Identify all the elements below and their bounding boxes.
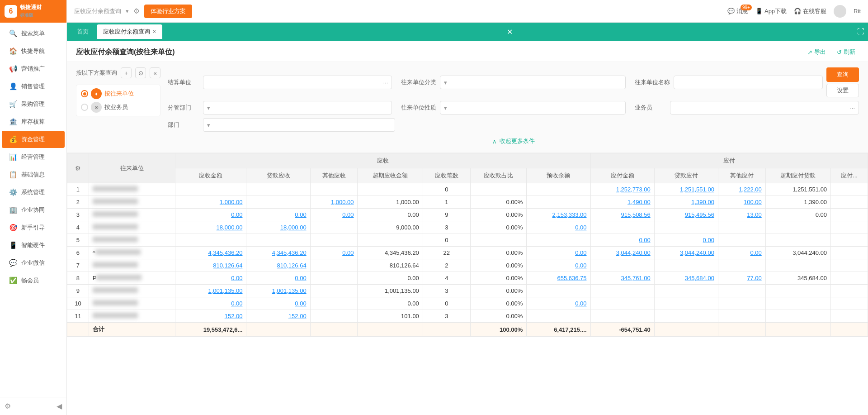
query-button[interactable]: 查询 xyxy=(826,67,859,82)
sidebar-item-quick-nav[interactable]: 🏠快捷导航 xyxy=(2,43,65,60)
filter-add-icon[interactable]: + xyxy=(121,67,132,78)
row-ap-overdue-0: 1,251,551.00 xyxy=(765,183,830,196)
sidebar-collapse-icon[interactable]: ◀ xyxy=(57,402,62,410)
filter-settings-icon[interactable]: ⊙ xyxy=(135,67,146,78)
row-ar-pct-10: 0.00% xyxy=(470,310,527,323)
field-salesman: 业务员 ··· xyxy=(635,101,859,114)
field-input-category[interactable]: ▾ xyxy=(440,76,625,89)
col-settings-header[interactable]: ⚙ xyxy=(67,153,89,183)
field-label-category: 往来单位分类 xyxy=(401,78,436,86)
row-no-9: 10 xyxy=(67,297,89,310)
field-input-salesman[interactable]: ··· xyxy=(670,101,859,114)
export-button[interactable]: ↗ 导出 xyxy=(804,46,830,58)
sidebar-label-enterprise: 企业协同 xyxy=(21,206,45,214)
filter-collapse-icon[interactable]: « xyxy=(150,67,160,78)
sidebar-icon-hardware: 📱 xyxy=(9,241,18,249)
page-title: 应收应付余额查询(按往来单位) xyxy=(76,48,175,57)
filter-by-unit[interactable]: ♦ 按往来单位 xyxy=(81,87,156,100)
refresh-icon: ↺ xyxy=(837,49,842,56)
app-download-button[interactable]: 📱 App下载 xyxy=(755,7,787,15)
sidebar-item-hardware[interactable]: 📱智能硬件 xyxy=(2,237,65,254)
row-ap-amount-3 xyxy=(590,221,654,234)
sidebar-icon-wechat: 💬 xyxy=(9,259,18,267)
collapse-icon: ∧ xyxy=(492,138,497,145)
row-ap-extra-8 xyxy=(831,285,868,297)
row-advance-5: 0.00 xyxy=(527,247,590,259)
table-row: 7 810,126.64 810,126.64 810,126.64 2 0.0… xyxy=(67,259,868,272)
sidebar-icon-inventory: 🏦 xyxy=(9,118,18,126)
tab-bar-close-icon[interactable]: ✕ xyxy=(507,28,513,36)
row-ar-count-0: 0 xyxy=(423,183,470,196)
sidebar-item-inventory[interactable]: 🏦库存核算 xyxy=(2,113,65,130)
row-ap-loan-2: 915,495.56 xyxy=(654,209,718,221)
row-ar-other-9 xyxy=(310,297,358,310)
sidebar-item-purchase[interactable]: 🛒采购管理 xyxy=(2,95,65,113)
tab-close-icon[interactable]: × xyxy=(153,29,156,35)
user-avatar[interactable] xyxy=(834,5,846,18)
sidebar-item-enterprise[interactable]: 🏢企业协同 xyxy=(2,201,65,219)
row-ar-other-8 xyxy=(310,285,358,297)
sidebar-settings-icon[interactable]: ⚙ xyxy=(5,402,11,410)
sidebar-item-wechat[interactable]: 💬企业微信 xyxy=(2,254,65,272)
row-ap-amount-5: 3,044,240.00 xyxy=(590,247,654,259)
row-ar-other-2: 0.00 xyxy=(310,209,358,221)
field-dept-manager: 分管部门 ▾ xyxy=(168,101,392,114)
field-input-nature[interactable]: ▾ xyxy=(440,101,625,114)
row-ar-amount-4 xyxy=(175,234,246,247)
row-ap-amount-8 xyxy=(590,285,654,297)
sidebar-item-operations[interactable]: 📊经营管理 xyxy=(2,148,65,166)
sidebar-item-system[interactable]: ⚙️系统管理 xyxy=(2,184,65,201)
query-area: 查询 设置 xyxy=(826,67,859,97)
collapse-bar[interactable]: ∧ 收起更多条件 xyxy=(168,135,859,147)
field-input-dept[interactable]: ▾ xyxy=(203,101,392,114)
page-content: 应收应付余额查询(按往来单位) ↗ 导出 ↺ 刷新 按以下方案查询 xyxy=(67,41,868,415)
header-breadcrumb: 应收应付余额查询 xyxy=(74,7,121,15)
row-no-5: 6 xyxy=(67,247,89,259)
sidebar-label-inventory: 库存核算 xyxy=(21,118,45,126)
user-name: Rit xyxy=(854,8,861,14)
sidebar-label-basic-info: 基础信息 xyxy=(21,171,45,179)
row-unit-1 xyxy=(89,196,175,209)
sidebar-item-sales[interactable]: 👤销售管理 xyxy=(2,78,65,95)
promo-button[interactable]: 体验行业方案 xyxy=(144,5,192,18)
tab-ar-query[interactable]: 应收应付余额查询 × xyxy=(97,24,162,39)
row-ar-overdue-1: 1,000.00 xyxy=(358,196,423,209)
row-ar-overdue-7: 0.00 xyxy=(358,272,423,285)
header-dropdown-icon[interactable]: ▾ xyxy=(126,8,129,14)
header-gear-icon[interactable]: ⚙ xyxy=(133,7,140,15)
tab-fullscreen-icon[interactable]: ⛶ xyxy=(857,28,864,36)
field-input-unitname[interactable] xyxy=(674,76,823,89)
field-dots-salesman: ··· xyxy=(850,105,855,111)
field-input-department[interactable]: ▾ xyxy=(203,118,395,132)
row-ar-loan-0 xyxy=(246,183,310,196)
message-count: 99+ xyxy=(741,5,752,10)
service-button[interactable]: 🎧 在线客服 xyxy=(794,7,826,15)
tab-home[interactable]: 首页 xyxy=(71,24,95,39)
field-unit-nature: 往来单位性质 ▾ xyxy=(401,101,625,114)
row-ap-other-3 xyxy=(718,221,765,234)
row-ap-extra-5 xyxy=(831,247,868,259)
tab-ar-query-label: 应收应付余额查询 xyxy=(103,28,150,36)
radio-by-staff xyxy=(81,104,88,111)
row-no-10: 11 xyxy=(67,310,89,323)
row-ar-overdue-3: 9,000.00 xyxy=(358,221,423,234)
sidebar-item-member[interactable]: ✅畅会员 xyxy=(2,272,65,289)
filter-by-staff[interactable]: ⊙ 按业务员 xyxy=(81,100,156,114)
message-button[interactable]: 💬 消息 99+ xyxy=(727,7,748,15)
sidebar-item-search-menu[interactable]: 🔍搜索菜单 xyxy=(2,25,65,42)
method-icon-staff: ⊙ xyxy=(91,102,102,113)
field-input-settlement[interactable]: ··· xyxy=(203,76,392,89)
main-area: 应收应付余额查询 ▾ ⚙ 体验行业方案 💬 消息 99+ 📱 App下载 🎧 在… xyxy=(67,0,868,415)
sidebar-item-basic-info[interactable]: 📋基础信息 xyxy=(2,166,65,183)
table-row: 9 1,001,135.00 1,001,135.00 1,001,135.00… xyxy=(67,285,868,297)
table-row: 6 ^ 4,345,436.20 4,345,436.20 0.00 4,345… xyxy=(67,247,868,259)
refresh-button[interactable]: ↺ 刷新 xyxy=(833,46,859,58)
settings-button[interactable]: 设置 xyxy=(826,84,859,97)
row-ar-pct-7: 0.00% xyxy=(470,272,527,285)
sidebar-item-marketing[interactable]: 📢营销推广 xyxy=(2,60,65,77)
sidebar-item-guide[interactable]: 🎯新手引导 xyxy=(2,219,65,236)
field-department: 部门 ▾ xyxy=(168,118,395,132)
row-ap-other-8 xyxy=(718,285,765,297)
table-footer-row: 合计 19,553,472,6... 100.00% 6,417,215....… xyxy=(67,323,868,337)
sidebar-item-finance[interactable]: 💰资金管理 xyxy=(2,131,65,148)
